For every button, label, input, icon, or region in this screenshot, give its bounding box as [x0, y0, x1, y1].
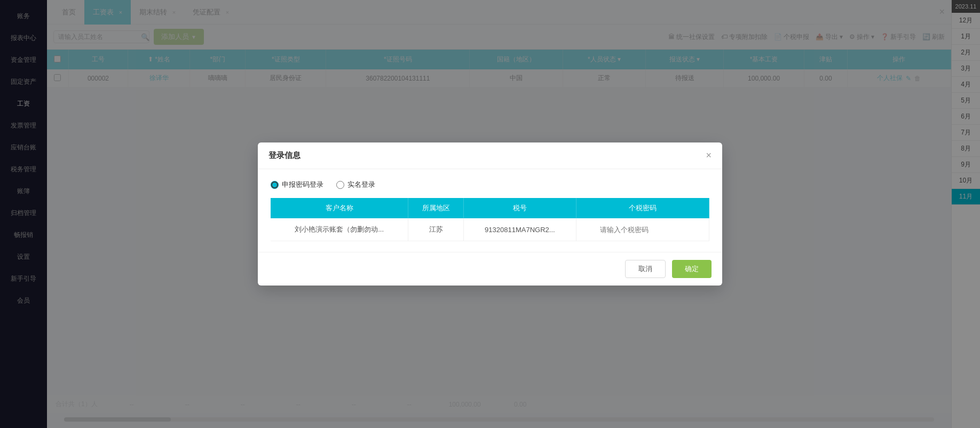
- dialog-region: 江苏: [408, 218, 464, 241]
- confirm-button[interactable]: 确定: [672, 260, 712, 278]
- cancel-button[interactable]: 取消: [625, 260, 666, 278]
- dialog-col-tax-id: 税号: [463, 198, 576, 218]
- login-type-radio-group: 申报密码登录 实名登录: [271, 180, 709, 189]
- dialog-body: 申报密码登录 实名登录 客户名称 所属地区 税号 个税密码: [258, 169, 722, 252]
- dialog-client-name: 刘小艳演示账套（勿删勿动...: [271, 218, 408, 241]
- dialog-tax-id: 91320811MA7NGR2...: [463, 218, 576, 241]
- radio-password-login[interactable]: 申报密码登录: [271, 180, 323, 189]
- login-info-table: 客户名称 所属地区 税号 个税密码 刘小艳演示账套（勿删勿动... 江苏 913…: [271, 198, 709, 241]
- login-info-dialog: 登录信息 × 申报密码登录 实名登录 客户名称 所属地区: [258, 142, 722, 286]
- dialog-col-password: 个税密码: [576, 198, 709, 218]
- radio-password-input[interactable]: [271, 181, 279, 189]
- dialog-col-name: 客户名称: [271, 198, 408, 218]
- dialog-overlay: 登录信息 × 申报密码登录 实名登录 客户名称 所属地区: [0, 0, 980, 428]
- tax-password-field[interactable]: [600, 226, 685, 234]
- dialog-tax-password-input[interactable]: [576, 218, 709, 241]
- radio-realname-input[interactable]: [336, 181, 344, 189]
- radio-realname-login[interactable]: 实名登录: [336, 180, 375, 189]
- dialog-col-region: 所属地区: [408, 198, 464, 218]
- dialog-close-button[interactable]: ×: [706, 150, 712, 161]
- dialog-footer: 取消 确定: [258, 252, 722, 286]
- dialog-title: 登录信息: [268, 150, 301, 161]
- dialog-table-row: 刘小艳演示账套（勿删勿动... 江苏 91320811MA7NGR2...: [271, 218, 709, 241]
- dialog-header: 登录信息 ×: [258, 142, 722, 169]
